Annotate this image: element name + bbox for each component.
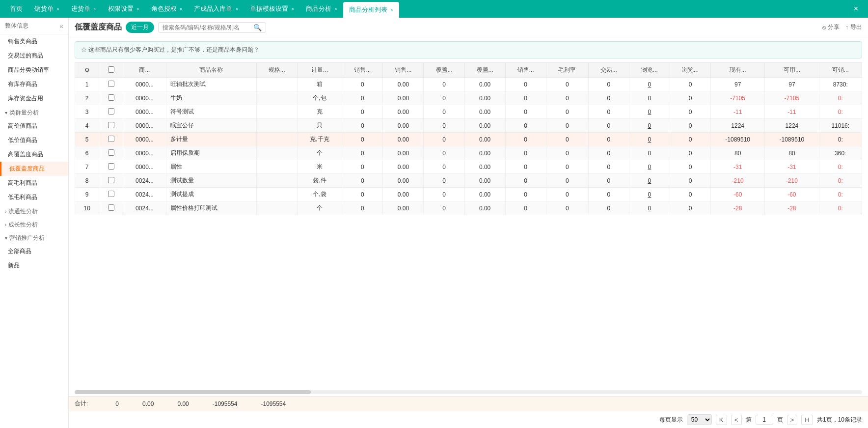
close-purchase-icon[interactable]: × — [93, 6, 96, 12]
sidebar-collapse-button[interactable]: « — [59, 22, 63, 30]
cell-checkbox[interactable] — [99, 105, 123, 119]
cell-browse1[interactable]: 0 — [629, 146, 670, 160]
row-checkbox[interactable] — [108, 122, 114, 128]
nav-tab-purchase[interactable]: 进货单 × — [65, 0, 102, 18]
cell-browse1[interactable]: 0 — [629, 188, 670, 201]
first-page-button[interactable]: K — [716, 415, 727, 425]
close-role-icon[interactable]: × — [180, 6, 183, 12]
search-icon[interactable]: 🔍 — [253, 24, 262, 31]
sidebar-item-stock-fund[interactable]: 库存资金占用 — [0, 91, 68, 106]
nav-tab-product-in[interactable]: 产成品入库单 × — [188, 0, 244, 18]
close-goods-analysis-icon[interactable]: × — [334, 6, 337, 12]
window-close-button[interactable]: × — [848, 4, 864, 13]
cell-checkbox[interactable] — [99, 188, 123, 201]
sidebar-item-new-goods[interactable]: 新品 — [0, 258, 68, 273]
cell-checkbox[interactable] — [99, 160, 123, 174]
nav-tab-role[interactable]: 角色授权 × — [145, 0, 189, 18]
col-cover2[interactable]: 覆盖... — [464, 63, 505, 78]
row-checkbox[interactable] — [108, 149, 114, 156]
cell-browse1[interactable]: 0 — [629, 133, 670, 146]
col-settings[interactable]: ⚙ — [75, 63, 99, 78]
filter-recent-month-button[interactable]: 近一月 — [126, 22, 154, 33]
col-current-stock[interactable]: 现有... — [711, 63, 765, 78]
col-unit[interactable]: 计量... — [297, 63, 342, 78]
close-product-in-icon[interactable]: × — [235, 6, 238, 12]
row-checkbox[interactable] — [108, 177, 114, 183]
cell-browse1[interactable]: 0 — [629, 119, 670, 133]
sidebar-item-traded-goods[interactable]: 交易过的商品 — [0, 49, 68, 63]
sidebar-group-growth[interactable]: › 成长性分析 — [0, 218, 68, 231]
col-sales-qty[interactable]: 销售... — [342, 63, 383, 78]
sidebar-item-low-gross[interactable]: 低毛利商品 — [0, 190, 68, 204]
cell-sales-qty: 0 — [342, 146, 383, 160]
next-page-button[interactable]: > — [787, 415, 798, 425]
sidebar-item-high-value[interactable]: 高价值商品 — [0, 119, 68, 133]
sidebar-item-category-rate[interactable]: 商品分类动销率 — [0, 63, 68, 77]
page-number-input[interactable] — [756, 415, 773, 425]
col-spec[interactable]: 规格... — [256, 63, 297, 78]
nav-tab-template[interactable]: 单据模板设置 × — [244, 0, 300, 18]
cell-browse1[interactable]: 0 — [629, 174, 670, 188]
row-checkbox[interactable] — [108, 108, 114, 114]
col-available-stock[interactable]: 可用... — [765, 63, 819, 78]
sidebar-item-low-value[interactable]: 低价值商品 — [0, 133, 68, 147]
nav-tab-sales[interactable]: 销货单 × — [28, 0, 65, 18]
cell-checkbox[interactable] — [99, 119, 123, 133]
prev-page-button[interactable]: < — [731, 415, 742, 425]
close-sales-icon[interactable]: × — [56, 6, 59, 12]
close-goods-list-icon[interactable]: × — [390, 7, 393, 13]
cell-browse1[interactable]: 0 — [629, 78, 670, 91]
cell-checkbox[interactable] — [99, 201, 123, 215]
sidebar-item-high-gross[interactable]: 高毛利商品 — [0, 176, 68, 190]
cell-checkbox[interactable] — [99, 91, 123, 105]
sidebar-item-high-coverage[interactable]: 高覆盖度商品 — [0, 147, 68, 162]
last-page-button[interactable]: H — [801, 415, 813, 425]
col-sales-amount[interactable]: 销售... — [383, 63, 424, 78]
sidebar-item-low-coverage[interactable]: 低覆盖度商品 — [0, 162, 68, 176]
row-checkbox[interactable] — [108, 136, 114, 142]
close-template-icon[interactable]: × — [291, 6, 294, 12]
sidebar-item-stock-goods[interactable]: 有库存商品 — [0, 77, 68, 91]
sidebar-group-marketing[interactable]: ▾ 营销推广分析 — [0, 231, 68, 244]
close-permission-icon[interactable]: × — [136, 6, 139, 12]
col-sales-days[interactable]: 销售... — [505, 63, 546, 78]
col-code[interactable]: 商... — [123, 63, 166, 78]
row-checkbox[interactable] — [108, 191, 114, 197]
col-cover1[interactable]: 覆盖... — [424, 63, 464, 78]
nav-tab-home[interactable]: 首页 — [4, 0, 28, 18]
sidebar-item-sales-goods[interactable]: 销售类商品 — [0, 34, 68, 49]
cell-spec — [256, 146, 297, 160]
col-gross-margin[interactable]: 毛利率 — [546, 63, 588, 78]
cell-browse1[interactable]: 0 — [629, 160, 670, 174]
cell-checkbox[interactable] — [99, 146, 123, 160]
select-all-checkbox[interactable] — [108, 66, 114, 73]
per-page-select[interactable]: 50 100 — [687, 414, 712, 425]
col-sellable[interactable]: 可销... — [819, 63, 862, 78]
col-checkbox[interactable] — [99, 63, 123, 78]
share-button[interactable]: ⎋ 分享 — [822, 23, 840, 31]
horizontal-scrollbar[interactable] — [75, 390, 862, 394]
nav-tab-goods-analysis-list[interactable]: 商品分析列表 × — [343, 2, 399, 18]
cell-checkbox[interactable] — [99, 78, 123, 91]
cell-available-stock: 97 — [765, 78, 819, 91]
col-browse1[interactable]: 浏览... — [629, 63, 670, 78]
col-browse2[interactable]: 浏览... — [670, 63, 710, 78]
sidebar-item-all-goods[interactable]: 全部商品 — [0, 244, 68, 258]
export-button[interactable]: ↑ 导出 — [845, 23, 862, 31]
sidebar-group-cluster[interactable]: ▾ 类群量分析 — [0, 106, 68, 119]
row-checkbox[interactable] — [108, 163, 114, 170]
cell-browse1[interactable]: 0 — [629, 105, 670, 119]
row-checkbox[interactable] — [108, 204, 114, 211]
row-checkbox[interactable] — [108, 94, 114, 101]
cell-checkbox[interactable] — [99, 133, 123, 146]
col-trade[interactable]: 交易... — [588, 63, 629, 78]
nav-tab-goods-analysis[interactable]: 商品分析 × — [300, 0, 343, 18]
row-checkbox[interactable] — [108, 81, 114, 87]
cell-browse1[interactable]: 0 — [629, 91, 670, 105]
cell-browse1[interactable]: 0 — [629, 201, 670, 215]
cell-checkbox[interactable] — [99, 174, 123, 188]
sidebar-group-circulation[interactable]: › 流通性分析 — [0, 204, 68, 218]
search-input[interactable] — [163, 24, 253, 31]
col-name[interactable]: 商品名称 — [166, 63, 256, 78]
nav-tab-permission[interactable]: 权限设置 × — [102, 0, 145, 18]
